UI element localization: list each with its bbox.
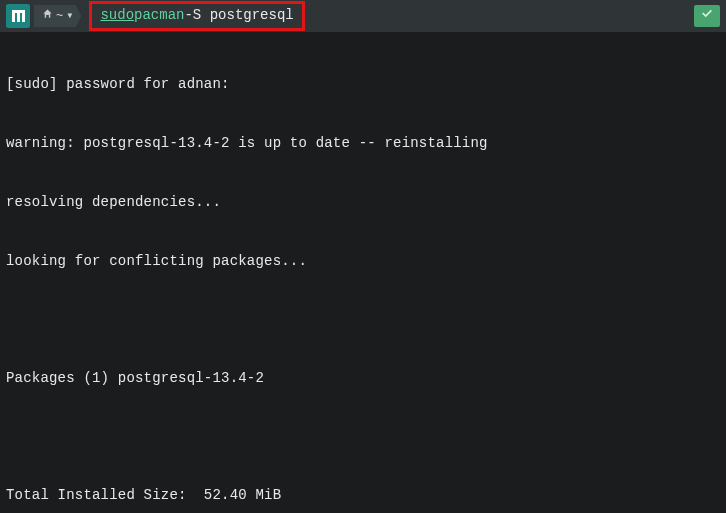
command-highlight: sudo pacman -S postgresql [89, 1, 304, 31]
cmd-sudo: sudo [100, 6, 134, 26]
confirm-button[interactable] [694, 5, 720, 27]
output-line: resolving dependencies... [6, 193, 720, 213]
output-line: Total Installed Size: 52.40 MiB [6, 486, 720, 506]
terminal-output[interactable]: [sudo] password for adnan: warning: post… [0, 32, 726, 513]
cmd-pacman: pacman [134, 6, 184, 26]
output-line [6, 428, 720, 448]
output-line: Packages (1) postgresql-13.4-2 [6, 369, 720, 389]
crumb-label: ~ [56, 8, 63, 25]
output-line: looking for conflicting packages... [6, 252, 720, 272]
title-bar: ~ ▾ sudo pacman -S postgresql [0, 0, 726, 32]
breadcrumb-home[interactable]: ~ ▾ [34, 5, 81, 28]
home-icon [42, 8, 53, 25]
cmd-args: -S postgresql [184, 6, 293, 26]
chevron-down-icon: ▾ [66, 8, 73, 25]
check-icon [700, 6, 714, 27]
distro-logo [6, 4, 30, 28]
output-line [6, 310, 720, 330]
output-line: warning: postgresql-13.4-2 is up to date… [6, 134, 720, 154]
titlebar-right [694, 5, 720, 27]
output-line: [sudo] password for adnan: [6, 75, 720, 95]
